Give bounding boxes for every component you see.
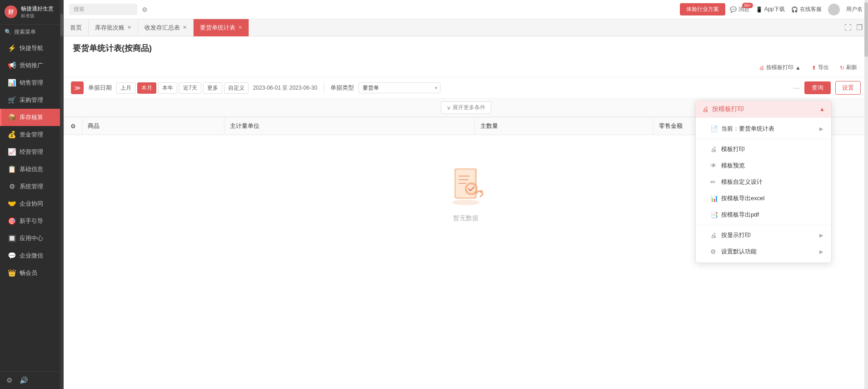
system-icon: ⚙ [8, 182, 16, 191]
scrollbar-thumb[interactable] [864, 2, 868, 57]
col-settings[interactable]: ⚙ [64, 117, 82, 135]
header-mid: ⚙ [142, 6, 675, 13]
inventory-icon: 📦 [8, 113, 16, 121]
vertical-scrollbar[interactable] [864, 0, 868, 389]
sidebar-item-member[interactable]: 👑 畅会员 [0, 264, 64, 282]
close-order-stats[interactable]: ✕ [238, 25, 242, 30]
tab-batch-account[interactable]: 库存批次账 ✕ [89, 19, 138, 36]
settings-btn[interactable]: 设置 [835, 81, 861, 95]
print-menu-item-export-excel[interactable]: 📊 按模板导出excel [696, 190, 831, 207]
print-menu-item-export-pdf[interactable]: 📑 按模板导出pdf [696, 207, 831, 223]
sidebar-item-newbie[interactable]: 🎯 新手引导 [0, 212, 64, 230]
message-icon: 💬 [730, 6, 737, 13]
service-icon: 🎧 [791, 6, 798, 13]
date-btn-last-7days[interactable]: 近7天 [179, 82, 201, 94]
sidebar-item-sales[interactable]: 📊 销售管理 [0, 74, 64, 91]
filter-separator [324, 82, 324, 93]
header-search[interactable]: 搜索 [69, 4, 137, 15]
divider-2 [696, 225, 831, 225]
sidebar-item-basic-info[interactable]: 📋 基础信息 [0, 161, 64, 178]
svg-point-6 [480, 190, 483, 193]
tab-order-stats[interactable]: 要货单统计表 ✕ [194, 19, 249, 36]
export-icon: ⬆ [812, 65, 816, 71]
header-gear-icon[interactable]: ⚙ [142, 6, 148, 13]
close-receipt-summary[interactable]: ✕ [183, 25, 187, 30]
expand-more-btn[interactable]: ∨ 展开更多条件 [441, 101, 491, 114]
tab-end: ⛶ ❐ [839, 23, 868, 32]
message-link[interactable]: 💬 消息 99+ [730, 5, 749, 13]
sidebar-item-marketing[interactable]: 📢 营销推广 [0, 57, 64, 74]
filter-dots[interactable]: ··· [793, 83, 800, 93]
sidebar-nav: ⚡ 快捷导航 📢 营销推广 📊 销售管理 🛒 采购管理 📦 库存核算 💰 资金管… [0, 40, 64, 371]
sidebar-item-inventory[interactable]: 📦 库存核算 [0, 109, 64, 126]
query-btn[interactable]: 查询 [804, 81, 831, 94]
restore-icon[interactable]: ❐ [856, 23, 863, 32]
marketing-icon: 📢 [8, 61, 16, 70]
sidebar-item-appstore[interactable]: 🔲 应用中心 [0, 230, 64, 247]
set-default-arrow: ▶ [819, 249, 823, 255]
print-btn[interactable]: 🖨 按模板打印 ▲ [755, 62, 804, 73]
tab-receipt-summary[interactable]: 收发存汇总表 ✕ [138, 19, 194, 36]
newbie-icon: 🎯 [8, 217, 16, 225]
print-menu-item-template-print[interactable]: 🖨 模板打印 [696, 141, 831, 157]
print-menu-item-display-print[interactable]: 🖨 按显示打印 ▶ [696, 227, 831, 243]
divider-1 [696, 139, 831, 139]
username-label: 用户名 [846, 5, 863, 13]
refresh-icon: ↻ [840, 65, 844, 71]
sidebar-item-cooperation[interactable]: 🤝 企业协同 [0, 195, 64, 212]
template-print-icon: 🖨 [710, 146, 718, 153]
date-btn-this-month[interactable]: 本月 [137, 82, 156, 94]
print-menu-item-template-preview[interactable]: 👁 模板预览 [696, 157, 831, 174]
export-btn[interactable]: ⬆ 导出 [808, 62, 833, 73]
close-batch-account[interactable]: ✕ [127, 25, 131, 30]
right-action-bar: 🖨 按模板打印 ▲ ⬆ 导出 ↻ 刷新 [64, 58, 868, 77]
date-btn-this-year[interactable]: 本年 [158, 82, 177, 94]
user-avatar[interactable] [828, 4, 840, 15]
empty-text: 暂无数据 [453, 214, 479, 222]
sidebar-item-purchase[interactable]: 🛒 采购管理 [0, 91, 64, 109]
refresh-btn[interactable]: ↻ 刷新 [836, 62, 861, 73]
print-chevron-up-icon: ▲ [795, 65, 801, 71]
sidebar-bottom: ⚙ 🔊 [0, 371, 64, 389]
date-btn-custom[interactable]: 自定义 [224, 82, 249, 94]
settings-bottom-icon[interactable]: ⚙ [6, 376, 12, 384]
date-range-display: 2023-06-01 至 2023-06-30 [253, 84, 317, 92]
search-icon: 🔍 [5, 29, 11, 35]
filter-expand-btn[interactable]: ≫ [71, 81, 84, 94]
download-icon: 📱 [756, 6, 763, 13]
print-menu-item-template-custom[interactable]: ✏ 模板自定义设计 [696, 174, 831, 190]
print-dropdown-chevron: ▲ [819, 106, 825, 112]
sidebar-scroll-thumb[interactable] [60, 14, 63, 36]
top-header: 搜索 ⚙ 体验行业方案 💬 消息 99+ 📱 App下载 🎧 在线客服 用户名 [64, 0, 868, 19]
sidebar-item-quick-nav[interactable]: ⚡ 快捷导航 [0, 40, 64, 57]
export-pdf-icon: 📑 [710, 211, 718, 218]
online-service-link[interactable]: 🎧 在线客服 [791, 5, 822, 13]
sidebar-item-operations[interactable]: 📈 经营管理 [0, 143, 64, 161]
date-btn-last-month[interactable]: 上月 [116, 82, 135, 94]
trial-btn[interactable]: 体验行业方案 [680, 3, 725, 15]
sales-icon: 📊 [8, 79, 16, 87]
sidebar-item-system[interactable]: ⚙ 系统管理 [0, 178, 64, 195]
print-menu-item-current[interactable]: 📄 当前：要货单统计表 ▶ [696, 121, 831, 137]
maximize-icon[interactable]: ⛶ [844, 24, 852, 32]
sidebar-scrollbar[interactable] [60, 0, 64, 389]
export-excel-icon: 📊 [710, 195, 718, 202]
print-dropdown: 🖨 按模板打印 ▲ 📄 当前：要货单统计表 ▶ 🖨 [695, 100, 832, 263]
sound-icon[interactable]: 🔊 [20, 376, 28, 384]
print-menu-item-set-default[interactable]: ⚙ 设置默认功能 ▶ [696, 243, 831, 260]
sidebar-item-weixin[interactable]: 💬 企业微信 [0, 247, 64, 264]
weixin-icon: 💬 [8, 252, 16, 260]
tab-home[interactable]: 首页 [64, 19, 89, 36]
header-right: 💬 消息 99+ 📱 App下载 🎧 在线客服 用户名 [730, 4, 863, 15]
operations-icon: 📈 [8, 148, 16, 156]
date-btn-more[interactable]: 更多 [203, 82, 222, 94]
expand-icon: ∨ [447, 105, 451, 111]
cooperation-icon: 🤝 [8, 200, 16, 208]
filter-type-select[interactable]: 要货单 [359, 82, 440, 93]
empty-illustration [443, 162, 489, 208]
print-dropdown-header[interactable]: 🖨 按模板打印 ▲ [696, 101, 831, 118]
sidebar-search-item[interactable]: 🔍 搜索菜单 [0, 25, 64, 40]
sidebar-item-finance[interactable]: 💰 资金管理 [0, 126, 64, 143]
print-icon: 🖨 [759, 65, 764, 71]
app-download-link[interactable]: 📱 App下载 [756, 5, 785, 13]
